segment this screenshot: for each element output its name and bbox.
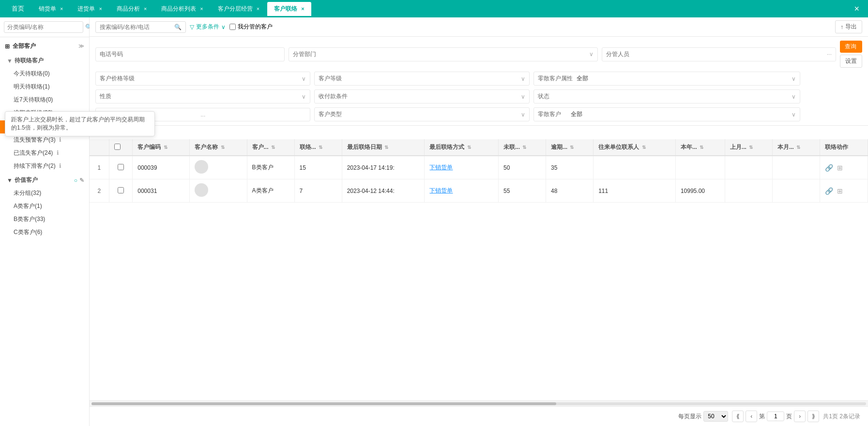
sort-unit-icon[interactable]: ⇅ [642, 145, 646, 150]
sidebar-value-group-title[interactable]: ▼ 价值客户 ○ ✎ [0, 174, 89, 187]
first-page-button[interactable]: ⟪ [732, 411, 744, 422]
nav-tab-product-analysis[interactable]: 商品分析 × [110, 2, 153, 16]
filter-gender-field[interactable]: 性质 ∨ [95, 89, 310, 103]
retail-attr-dropdown-icon[interactable]: ∨ [792, 75, 796, 82]
next-page-button[interactable]: › [794, 411, 806, 422]
sidebar-item-today[interactable]: 今天待联络(0) [0, 67, 89, 80]
sidebar-collapse-icon[interactable]: ≫ [78, 43, 84, 49]
sort-lmonth-icon[interactable]: ⇅ [749, 145, 753, 150]
action-grid-icon-1[interactable]: ⊞ [837, 164, 843, 172]
close-product-icon[interactable]: × [144, 6, 147, 12]
sort-month-icon[interactable]: ⇅ [796, 145, 800, 150]
nav-tab-purchase[interactable]: 进货单 × [71, 2, 108, 16]
sort-overdue-icon[interactable]: ⇅ [570, 145, 574, 150]
th-checkbox[interactable] [109, 139, 133, 156]
th-overdue[interactable]: 逾期... ⇅ [546, 139, 594, 156]
td-checkbox-1[interactable] [109, 156, 133, 179]
search-input[interactable] [100, 24, 172, 30]
th-unit-contact[interactable]: 往来单位联系人 ⇅ [594, 139, 676, 156]
th-this-month[interactable]: 本月... ⇅ [772, 139, 820, 156]
filter-customer-level-field[interactable]: 客户等级 ∨ [314, 72, 529, 86]
retail-customer-dropdown-icon[interactable]: ∨ [792, 111, 796, 118]
filter-retail-customer-field[interactable]: 零散客户 全部 ∨ [533, 107, 800, 121]
edit-icon[interactable]: ✎ [79, 177, 84, 184]
my-customers-checkbox[interactable] [229, 24, 236, 30]
nav-home[interactable]: 首页 [5, 1, 31, 16]
nav-tab-product-list[interactable]: 商品分析列表 × [154, 2, 210, 16]
sidebar-item-a-class[interactable]: A类客户(1) [0, 200, 89, 213]
sidebar-item-b-class[interactable]: B类客户(33) [0, 213, 89, 226]
filter-retail-attr-field[interactable]: 零散客户属性 全部 ∨ [533, 72, 800, 86]
window-close-button[interactable]: × [850, 4, 863, 14]
close-customer-layer-icon[interactable]: × [257, 6, 259, 12]
sort-contact-icon[interactable]: ⇅ [319, 145, 322, 150]
th-contact[interactable]: 联络... ⇅ [294, 139, 342, 156]
horizontal-scrollbar[interactable] [90, 400, 868, 406]
table-scroll-container[interactable]: 客户编码 ⇅ 客户名称 ⇅ 客户... ⇅ [90, 139, 868, 400]
th-unlisted[interactable]: 未联... ⇅ [499, 139, 546, 156]
td-method-1[interactable]: 下销货单 [425, 156, 499, 179]
th-this-year[interactable]: 本年... ⇅ [675, 139, 725, 156]
nav-tab-sales[interactable]: 销货单 × [32, 2, 70, 16]
search-button-icon[interactable]: 🔍 [174, 24, 182, 30]
scrollbar-track[interactable] [91, 402, 866, 405]
sort-name-icon[interactable]: ⇅ [221, 145, 225, 150]
scrollbar-thumb[interactable] [91, 402, 556, 405]
sidebar-item-lost[interactable]: 已流失客户(24) ℹ [0, 147, 89, 160]
sidebar-item-c-class[interactable]: C类客户(6) [0, 226, 89, 239]
td-code-2[interactable]: 000031 [133, 179, 190, 203]
row-checkbox-2[interactable] [118, 187, 124, 193]
sidebar-item-7days[interactable]: 近7天待联络(0) [0, 93, 89, 106]
filter-status-field[interactable]: 状态 ∨ [533, 89, 800, 103]
person-more-icon[interactable]: ··· [827, 51, 832, 58]
customer-level-dropdown-icon[interactable]: ∨ [521, 75, 525, 82]
sidebar-all-customers-header[interactable]: ⊞ 全部客户 ≫ [0, 39, 89, 53]
action-link-icon-1[interactable]: 🔗 [825, 164, 833, 172]
sidebar-item-tomorrow[interactable]: 明天待联络(1) [0, 80, 89, 93]
filter-phone-field[interactable]: 电话号码 [95, 47, 285, 61]
filter-dept-field[interactable]: 分管部门 ∨ [289, 47, 598, 61]
sidebar-item-ungrouped[interactable]: 未分组(32) [0, 187, 89, 200]
my-customers-checkbox-wrap[interactable]: 我分管的客户 [229, 23, 273, 31]
edit-circle-icon[interactable]: ○ [74, 177, 77, 184]
page-number-input[interactable] [767, 411, 784, 421]
sort-code-icon[interactable]: ⇅ [164, 145, 168, 150]
filter-price-level-field[interactable]: 客户价格等级 ∨ [95, 72, 310, 86]
sort-method-icon[interactable]: ⇅ [467, 145, 471, 150]
sort-unlisted-icon[interactable]: ⇅ [522, 145, 526, 150]
last-page-button[interactable]: ⟫ [807, 411, 819, 422]
info-icon-2[interactable]: ℹ [59, 136, 61, 143]
sidebar-item-declining[interactable]: 持续下滑客户(2) ℹ [0, 160, 89, 173]
close-purchase-icon[interactable]: × [99, 6, 102, 12]
close-customer-contact-icon[interactable]: × [301, 6, 304, 12]
filter-payment-field[interactable]: 收付款条件 ∨ [314, 89, 529, 103]
info-icon-3[interactable]: ℹ [57, 149, 59, 156]
sort-type-icon[interactable]: ⇅ [271, 145, 275, 150]
close-sales-icon[interactable]: × [60, 6, 63, 12]
close-product-list-icon[interactable]: × [200, 6, 203, 12]
prev-page-button[interactable]: ‹ [746, 411, 757, 422]
td-code-1[interactable]: 000039 [133, 156, 190, 179]
action-link-icon-2[interactable]: 🔗 [825, 187, 833, 195]
sidebar-pending-group-title[interactable]: ▼ 待联络客户 [0, 54, 89, 67]
export-button[interactable]: ↑ 导出 [835, 20, 862, 33]
payment-dropdown-icon[interactable]: ∨ [521, 93, 525, 100]
sort-date-icon[interactable]: ⇅ [384, 145, 388, 150]
customer-type-dropdown-icon[interactable]: ∨ [521, 111, 525, 118]
settings-button[interactable]: 设置 [840, 55, 862, 68]
filter-customer-type-field[interactable]: 客户类型 ∨ [314, 107, 529, 121]
gender-dropdown-icon[interactable]: ∨ [302, 93, 306, 100]
dept-dropdown-icon[interactable]: ∨ [589, 51, 594, 58]
nav-tab-customer-layer[interactable]: 客户分层经营 × [211, 2, 266, 16]
query-button[interactable]: 查询 [840, 41, 862, 53]
nav-tab-customer-contact[interactable]: 客户联络 × [267, 2, 311, 16]
status-dropdown-icon[interactable]: ∨ [792, 93, 796, 100]
th-name[interactable]: 客户名称 ⇅ [190, 139, 247, 156]
select-all-checkbox[interactable] [114, 144, 121, 150]
th-last-contact-method[interactable]: 最后联络方式 ⇅ [425, 139, 499, 156]
th-last-contact-date[interactable]: 最后联络日期 ⇅ [342, 139, 425, 156]
sidebar-search-input[interactable] [4, 21, 83, 33]
th-code[interactable]: 客户编码 ⇅ [133, 139, 190, 156]
sort-year-icon[interactable]: ⇅ [700, 145, 703, 150]
info-icon-4[interactable]: ℹ [59, 162, 61, 169]
